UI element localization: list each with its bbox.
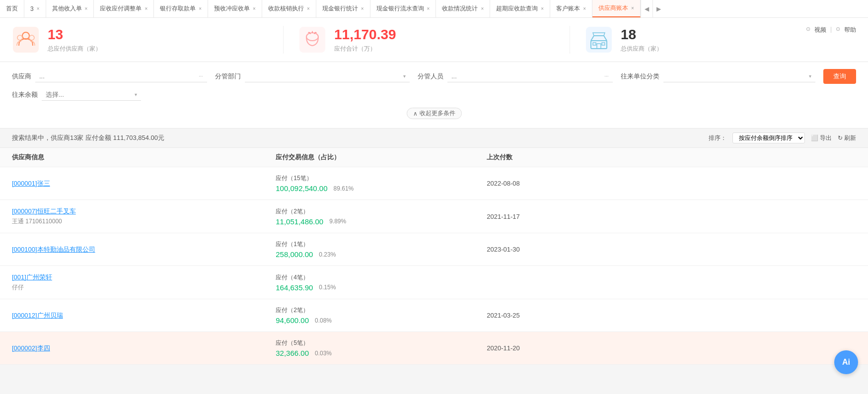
nav-tab-collection-verify[interactable]: 收款核销执行 × (262, 0, 316, 17)
summary-value-suppliers: 13 (48, 26, 101, 43)
supplier-link[interactable]: [000007]恒旺二手叉车 (12, 207, 276, 216)
table-row: [000012]广州贝瑞 应付（2笔） 94,600.00 0.08% 2021… (0, 299, 868, 332)
grain-icon (298, 26, 326, 54)
nav-tab-cash-bank-flow[interactable]: 现金银行流水查询 × (370, 0, 436, 17)
supplier-link[interactable]: [000002]李四 (12, 344, 276, 353)
table-row: [001]广州荣轩 仔仔 应付（4笔） 164,635.90 0.15% (0, 266, 868, 299)
svg-rect-4 (299, 27, 325, 53)
trans-type-label: 应付（5笔） (276, 339, 487, 347)
chevron-up-icon: ∧ (413, 110, 418, 117)
supplier-link[interactable]: [000001]张三 (12, 179, 276, 188)
export-button[interactable]: ⬜ 导出 (811, 134, 832, 142)
supplier-info-cell: [001]广州荣轩 仔仔 (12, 273, 276, 292)
nav-prev-button[interactable]: ◀ (641, 0, 652, 18)
nav-tab-overdue-query[interactable]: 超期应收款查询 × (490, 0, 550, 17)
supplier-input[interactable] (39, 72, 199, 80)
trans-info-cell: 应付（4笔） 164,635.90 0.15% (276, 273, 487, 292)
supplier-sub-text: 王通 17106110000 (12, 217, 276, 226)
nav-tab-home[interactable]: 首页 (0, 0, 24, 17)
filter-row-1: 供应商 ··· 分管部门 ▾ 分管人员 ··· 往来单位分类 ▾ (12, 69, 856, 84)
top-navigation: 首页 3 × 其他收入单 × 应收应付调整单 × 银行存取款单 × 预收冲应收单… (0, 0, 868, 18)
nav-tab-bank-deposit[interactable]: 银行存取款单 × (154, 0, 208, 17)
collapse-bar: ∧ 收起更多条件 (12, 106, 856, 123)
nav-next-button[interactable]: ▶ (652, 0, 664, 18)
close-icon[interactable]: × (307, 6, 310, 11)
supplier-info-cell: [000012]广州贝瑞 (12, 311, 276, 320)
nav-tab-cash-bank-stat[interactable]: 现金银行统计 × (316, 0, 370, 17)
sort-select[interactable]: 按应付余额倒序排序 按应付余额升序排序 (732, 132, 805, 143)
nav-tab-customer-account-label: 客户账本 (556, 4, 580, 13)
close-icon[interactable]: × (583, 6, 586, 11)
summary-text-total-suppliers: 18 总供应商（家） (621, 26, 662, 54)
trans-percent: 0.08% (315, 317, 332, 324)
filter-person: 分管人员 ··· (418, 70, 613, 82)
dept-input-wrap[interactable]: ▾ (245, 70, 410, 82)
close-icon[interactable]: × (145, 6, 147, 11)
category-input-wrap[interactable]: ▾ (663, 70, 816, 82)
close-icon[interactable]: × (631, 5, 634, 11)
refresh-button[interactable]: ↻ 刷新 (838, 134, 856, 142)
close-icon[interactable]: × (253, 6, 256, 11)
trans-percent: 89.61% (334, 185, 354, 192)
collapse-button[interactable]: ∧ 收起更多条件 (407, 108, 462, 119)
supplier-link[interactable]: [000100]本特勤油品有限公司 (12, 245, 276, 254)
person-input[interactable] (451, 72, 604, 80)
person-input-wrap[interactable]: ··· (447, 70, 613, 82)
supplier-info-cell: [000002]李四 (12, 344, 276, 353)
separator: | (830, 26, 832, 34)
summary-value-total-suppliers: 18 (621, 26, 662, 43)
close-icon[interactable]: × (361, 6, 364, 11)
supplier-input-wrap[interactable]: ··· (35, 70, 207, 82)
dept-input[interactable] (249, 72, 404, 80)
nav-tab-ap-adjust-label: 应收应付调整单 (100, 4, 142, 13)
trans-info-cell: 应付（2笔） 11,051,486.00 9.89% (276, 207, 487, 226)
trans-amount[interactable]: 94,600.00 (276, 316, 309, 325)
supplier-sub-text: 仔仔 (12, 283, 276, 292)
nav-tab-prepay-collection-label: 预收冲应收单 (214, 4, 250, 13)
refresh-icon: ↻ (838, 134, 843, 141)
filter-row-2: 往来余额 ▾ (12, 89, 856, 101)
trans-percent: 9.89% (329, 218, 346, 225)
close-icon[interactable]: × (85, 6, 88, 11)
last-pay-cell: 2021-11-17 (487, 213, 645, 220)
query-button[interactable]: 查询 (823, 69, 856, 84)
supplier-info-cell: [000007]恒旺二手叉车 王通 17106110000 (12, 207, 276, 226)
trans-amount[interactable]: 32,366.00 (276, 349, 309, 357)
nav-tab-collection-stat[interactable]: 收款情况统计 × (436, 0, 490, 17)
filter-category: 往来单位分类 ▾ (621, 70, 816, 82)
balance-input-wrap[interactable]: ▾ (42, 89, 141, 101)
category-input[interactable] (667, 72, 809, 80)
nav-tab-prepay-collection[interactable]: 预收冲应收单 × (208, 0, 262, 17)
export-label: 导出 (820, 134, 832, 142)
nav-tab-3[interactable]: 3 × (24, 0, 46, 17)
ellipsis-icon: ··· (604, 73, 608, 79)
help-link[interactable]: 帮助 (844, 26, 856, 34)
supplier-icon (12, 26, 40, 54)
nav-tab-ap-adjust[interactable]: 应收应付调整单 × (94, 0, 154, 17)
supplier-link[interactable]: [001]广州荣轩 (12, 273, 276, 282)
nav-tab-cash-bank-flow-label: 现金银行流水查询 (376, 4, 424, 13)
last-pay-cell: 2023-01-30 (487, 246, 645, 253)
trans-amount[interactable]: 11,051,486.00 (276, 217, 323, 226)
close-icon[interactable]: × (427, 6, 430, 11)
trans-amount[interactable]: 258,000.00 (276, 250, 313, 259)
nav-tab-other-income[interactable]: 其他收入单 × (46, 0, 94, 17)
summary-text-suppliers: 13 总应付供应商（家） (48, 26, 101, 54)
close-icon[interactable]: × (541, 6, 544, 11)
main-table: 供应商信息 应付交易信息（占比） 上次付数 [000001]张三 应付（15笔）… (0, 148, 868, 365)
nav-tab-home-label: 首页 (6, 4, 18, 13)
trans-amount[interactable]: 100,092,540.00 (276, 184, 327, 193)
result-actions: 排序： 按应付余额倒序排序 按应付余额升序排序 ⬜ 导出 ↻ 刷新 (709, 132, 856, 143)
close-icon[interactable]: × (37, 6, 40, 11)
close-icon[interactable]: × (199, 6, 202, 11)
trans-amount[interactable]: 164,635.90 (276, 283, 313, 292)
supplier-link[interactable]: [000012]广州贝瑞 (12, 311, 276, 320)
close-icon[interactable]: × (481, 6, 484, 11)
trans-type-label: 应付（15笔） (276, 174, 487, 183)
video-link[interactable]: 视频 (814, 26, 826, 34)
nav-tab-customer-account[interactable]: 客户账本 × (550, 0, 592, 17)
nav-tab-supplier-account[interactable]: 供应商账本 × (592, 0, 641, 17)
balance-input[interactable] (46, 91, 135, 98)
export-icon: ⬜ (811, 134, 818, 141)
ellipsis-icon: ··· (199, 73, 203, 79)
